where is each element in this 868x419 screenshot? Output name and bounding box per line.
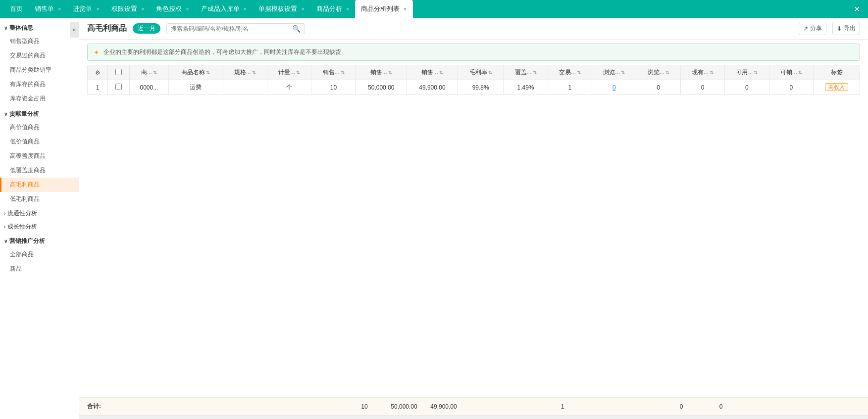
nav-tab[interactable]: 进货单× xyxy=(67,0,105,18)
content-area: 高毛利商品 近一月 🔍 ↗ 分享 ⬇ 导出 ✦ 企业的主要的利润都是这部分商品创… xyxy=(79,18,868,419)
content-header: 高毛利商品 近一月 🔍 ↗ 分享 ⬇ 导出 xyxy=(79,18,868,40)
sort-icon[interactable]: ⇅ xyxy=(798,70,802,75)
sidebar-section-expand[interactable]: ›成长性分析 xyxy=(0,220,79,233)
nav-tab[interactable]: 角色授权× xyxy=(150,0,195,18)
sort-icon[interactable]: ⇅ xyxy=(153,70,157,75)
sort-icon[interactable]: ⇅ xyxy=(754,70,758,75)
table-header[interactable]: 商品名称 ⇅ xyxy=(168,65,223,80)
sidebar-section: ∨整体信息销售型商品交易过的商品商品分类助销率有库存的商品库存资金占用 xyxy=(0,20,79,106)
tab-close-icon[interactable]: × xyxy=(346,6,349,12)
footer-spacer4 xyxy=(305,403,345,410)
sort-icon[interactable]: ⇅ xyxy=(341,70,345,75)
sidebar-item[interactable]: 低覆盖度商品 xyxy=(0,163,79,178)
sidebar-section-expand[interactable]: ›流通性分析 xyxy=(0,206,79,220)
sidebar-collapse-button[interactable]: « xyxy=(70,22,79,38)
sidebar-section-title[interactable]: ∨营销推广分析 xyxy=(0,233,79,247)
row-sales1: 10 xyxy=(311,80,356,95)
close-all-button[interactable]: ✕ xyxy=(850,4,864,14)
sidebar-item[interactable]: 商品分类助销率 xyxy=(0,63,79,77)
table-header[interactable]: 销售... ⇅ xyxy=(407,65,458,80)
sidebar-section: ∨贡献量分析高价值商品低价值商品高覆盖度商品低覆盖度商品高毛利商品低毛利商品 xyxy=(0,106,79,206)
tag-badge: 高收入 xyxy=(825,83,848,91)
sidebar-item[interactable]: 全部商品 xyxy=(0,247,79,262)
row-stock3: 0 xyxy=(769,80,813,95)
sort-icon[interactable]: ⇅ xyxy=(388,70,392,75)
sidebar-item[interactable]: 高覆盖度商品 xyxy=(0,149,79,163)
page-title: 高毛利商品 xyxy=(87,23,127,34)
row-views1[interactable]: 0 xyxy=(592,80,636,95)
tab-close-icon[interactable]: × xyxy=(58,6,61,12)
row-gross-rate: 99.8% xyxy=(458,80,504,95)
row-select-checkbox[interactable] xyxy=(115,84,122,90)
sidebar-item[interactable]: 新品 xyxy=(0,262,79,276)
table-header[interactable]: 商... ⇅ xyxy=(129,65,168,80)
sidebar-item[interactable]: 销售型商品 xyxy=(0,34,79,48)
info-text: 企业的主要的利润都是这部分商品创造的，可考虑加大推广，同时关注库存是不要出现缺货 xyxy=(103,48,341,56)
nav-tab[interactable]: 商品分析× xyxy=(310,0,355,18)
table-header[interactable]: 可销... ⇅ xyxy=(769,65,813,80)
sort-icon[interactable]: ⇅ xyxy=(439,70,443,75)
nav-tab[interactable]: 销售单× xyxy=(29,0,67,18)
select-all-checkbox[interactable] xyxy=(115,69,122,75)
footer-spacer8 xyxy=(622,403,662,410)
sidebar-item[interactable]: 低毛利商品 xyxy=(0,192,79,206)
table-header[interactable]: 规格... ⇅ xyxy=(223,65,267,80)
sort-icon[interactable]: ⇅ xyxy=(577,70,581,75)
sort-icon[interactable]: ⇅ xyxy=(206,70,210,75)
search-icon[interactable]: 🔍 xyxy=(292,25,301,33)
nav-tab[interactable]: 产成品入库单× xyxy=(195,0,253,18)
sidebar-item[interactable]: 高毛利商品 xyxy=(0,178,79,192)
tab-close-icon[interactable]: × xyxy=(404,6,407,12)
table-header[interactable]: 现有... ⇅ xyxy=(680,65,724,80)
sort-icon[interactable]: ⇅ xyxy=(533,70,537,75)
row-checkbox[interactable] xyxy=(108,80,130,95)
sort-icon[interactable]: ⇅ xyxy=(710,70,714,75)
table-header[interactable]: 销售... ⇅ xyxy=(311,65,356,80)
tab-close-icon[interactable]: × xyxy=(244,6,247,12)
expand-arrow-icon: › xyxy=(4,224,5,230)
tab-close-icon[interactable]: × xyxy=(301,6,304,12)
table-header[interactable]: 浏览... ⇅ xyxy=(636,65,680,80)
sidebar-item[interactable]: 高价值商品 xyxy=(0,120,79,135)
sidebar-item[interactable]: 交易过的商品 xyxy=(0,48,79,63)
table-header[interactable]: 计量... ⇅ xyxy=(267,65,311,80)
sidebar-section-title[interactable]: ∨整体信息 xyxy=(0,20,79,34)
period-button[interactable]: 近一月 xyxy=(133,23,160,34)
row-stock2: 0 xyxy=(725,80,769,95)
header-actions: ↗ 分享 ⬇ 导出 xyxy=(799,22,860,35)
tab-close-icon[interactable]: × xyxy=(186,6,189,12)
footer-spacer6 xyxy=(503,403,543,410)
table-header[interactable]: 销售... ⇅ xyxy=(356,65,407,80)
row-name: 运费 xyxy=(168,80,223,95)
tab-close-icon[interactable]: × xyxy=(96,6,99,12)
table-header[interactable]: 浏览... ⇅ xyxy=(592,65,636,80)
sort-icon[interactable]: ⇅ xyxy=(296,70,300,75)
sort-icon[interactable]: ⇅ xyxy=(665,70,669,75)
tab-close-icon[interactable]: × xyxy=(141,6,144,12)
sidebar-item[interactable]: 库存资金占用 xyxy=(0,92,79,106)
nav-tab[interactable]: 单据模板设置× xyxy=(253,0,310,18)
row-views1-link[interactable]: 0 xyxy=(613,84,616,91)
table-header[interactable]: 交易... ⇅ xyxy=(548,65,592,80)
export-button[interactable]: ⬇ 导出 xyxy=(832,22,860,35)
footer-cells: 10 50,000.00 49,900.00 1 0 0 xyxy=(186,403,860,410)
share-icon: ↗ xyxy=(803,25,808,32)
nav-tab[interactable]: 商品分析列表× xyxy=(355,0,412,18)
sidebar-item[interactable]: 有库存的商品 xyxy=(0,77,79,92)
info-banner: ✦ 企业的主要的利润都是这部分商品创造的，可考虑加大推广，同时关注库存是不要出现… xyxy=(87,44,860,61)
table-header[interactable]: 可用... ⇅ xyxy=(725,65,769,80)
sidebar-section-title[interactable]: ∨贡献量分析 xyxy=(0,106,79,120)
share-button[interactable]: ↗ 分享 xyxy=(799,22,826,35)
nav-tab[interactable]: 权限设置× xyxy=(105,0,150,18)
footer-label: 合计: xyxy=(87,402,186,411)
table-header[interactable]: 覆盖... ⇅ xyxy=(504,65,548,80)
bottom-scrollbar[interactable] xyxy=(79,415,868,419)
sort-icon[interactable]: ⇅ xyxy=(488,70,492,75)
sort-icon[interactable]: ⇅ xyxy=(621,70,625,75)
sidebar-item[interactable]: 低价值商品 xyxy=(0,135,79,149)
row-code: 0000... xyxy=(129,80,168,95)
sort-icon[interactable]: ⇅ xyxy=(252,70,256,75)
search-input[interactable] xyxy=(171,25,290,32)
nav-tab[interactable]: 首页 xyxy=(4,0,29,18)
table-header[interactable]: 毛利率 ⇅ xyxy=(458,65,504,80)
